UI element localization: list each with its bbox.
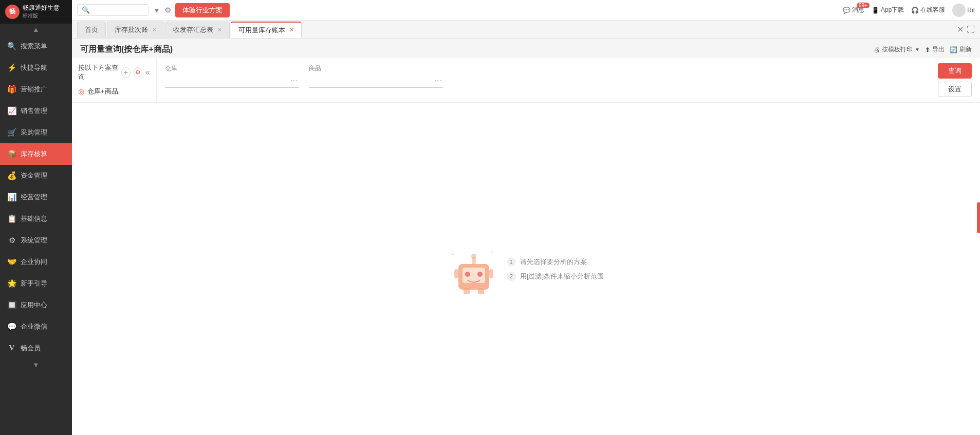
- sales-icon: 📈: [7, 106, 16, 116]
- query-button[interactable]: 查询: [938, 63, 972, 79]
- print-icon: 🖨: [874, 46, 880, 53]
- right-scrollbar[interactable]: [977, 202, 980, 233]
- svg-text:✦: ✦: [490, 250, 494, 255]
- warehouse-input-row: ···: [165, 76, 299, 88]
- topbar-dropdown-icon[interactable]: ▼: [153, 6, 160, 14]
- svg-point-3: [477, 272, 483, 277]
- product-field-group: 商品 ···: [309, 64, 442, 88]
- filter-add-button[interactable]: +: [121, 67, 130, 78]
- empty-state: ✦ ✦ 1 请先选择要分析的方案 2 用[过滤]条件来缩小分析范围: [72, 103, 980, 435]
- app-download-button[interactable]: 📱 App下载: [872, 6, 904, 14]
- search-icon: 🔍: [7, 42, 16, 51]
- svg-point-2: [465, 272, 470, 277]
- sidebar-logo: 畅 畅康通好生意 标准版: [0, 0, 72, 24]
- user-avatar-button[interactable]: Rit: [952, 4, 975, 17]
- svg-point-7: [471, 254, 476, 259]
- sidebar-item-newbie[interactable]: 🌟 新手引导: [0, 273, 72, 294]
- export-icon: ⬆: [925, 46, 930, 53]
- apps-icon: 🔲: [7, 300, 16, 310]
- filter-scheme-item[interactable]: ◎ 仓库+商品: [72, 84, 156, 99]
- page-header: 可用量查询(按仓库+商品) 🖨 按模板打印 ▼ ⬆ 导出 🔄 刷新: [72, 39, 980, 58]
- print-button[interactable]: 🖨 按模板打印 ▼: [874, 45, 920, 54]
- tabbar: 首页 库存批次账 ✕ 收发存汇总表 ✕ 可用量库存账本 ✕ ✕ ⛶: [72, 21, 980, 39]
- svg-rect-8: [464, 288, 470, 294]
- settings-button[interactable]: 设置: [938, 82, 972, 97]
- tab-batch-ledger-close[interactable]: ✕: [152, 27, 157, 33]
- online-service-icon: 🎧: [911, 7, 919, 14]
- topbar-gear-icon[interactable]: ⚙: [164, 6, 171, 15]
- sidebar-item-system[interactable]: ⚙ 系统管理: [0, 230, 72, 251]
- main-area: 🔍 ▼ ⚙ 体验行业方案 💬 消息 99+ 📱 App下载 🎧 在线客服 Rit: [72, 0, 980, 435]
- finance-icon: 💰: [7, 171, 16, 180]
- sidebar-item-coop[interactable]: 🤝 企业协同: [0, 251, 72, 273]
- tab-batch-ledger[interactable]: 库存批次账 ✕: [107, 22, 164, 38]
- sidebar-scroll-up[interactable]: ▲: [0, 24, 72, 35]
- sidebar-item-apps[interactable]: 🔲 应用中心: [0, 294, 72, 316]
- warehouse-dots[interactable]: ···: [290, 76, 299, 85]
- marketing-icon: 🎁: [7, 85, 16, 94]
- sidebar-item-basic[interactable]: 📋 基础信息: [0, 208, 72, 230]
- empty-robot-svg: ✦ ✦: [448, 246, 500, 297]
- svg-rect-5: [489, 269, 493, 278]
- member-icon: V: [7, 344, 16, 352]
- tab-available-ledger-close[interactable]: ✕: [289, 27, 294, 33]
- hint1-num: 1: [507, 257, 516, 267]
- filter-right-fields: 仓库 ··· 商品 ···: [157, 58, 930, 102]
- filter-main-row: 按以下方案查询 + ⚙ « ◎ 仓库+商品: [72, 58, 980, 103]
- trial-button[interactable]: 体验行业方案: [175, 3, 230, 17]
- filter-label: 按以下方案查询: [78, 63, 118, 82]
- coop-icon: 🤝: [7, 257, 16, 267]
- tab-home[interactable]: 首页: [77, 22, 106, 38]
- sidebar-nav: ▲ 🔍 搜索菜单 ⚡ 快捷导航 🎁 营销推广 📈 销售管理 🛒 采购管理 📦 库…: [0, 24, 72, 435]
- product-dots[interactable]: ···: [434, 76, 442, 85]
- message-badge: 99+: [857, 3, 870, 8]
- topbar-right: 💬 消息 99+ 📱 App下载 🎧 在线客服 Rit: [843, 4, 975, 17]
- sidebar-item-search[interactable]: 🔍 搜索菜单: [0, 35, 72, 57]
- filter-collapse-icon[interactable]: «: [145, 68, 150, 77]
- warehouse-input[interactable]: [165, 77, 287, 85]
- sidebar-item-marketing[interactable]: 🎁 营销推广: [0, 79, 72, 100]
- tab-receipt-summary-close[interactable]: ✕: [217, 27, 222, 33]
- product-input[interactable]: [309, 77, 431, 85]
- action-buttons: 查询 设置: [930, 58, 980, 102]
- sidebar-item-finance[interactable]: 💰 资金管理: [0, 165, 72, 186]
- warehouse-field-group: 仓库 ···: [165, 64, 299, 88]
- topbar-search[interactable]: 🔍: [77, 4, 149, 16]
- scheme-item-icon: ◎: [78, 87, 84, 96]
- sidebar-item-member[interactable]: V 畅会员: [0, 337, 72, 359]
- sidebar-item-purchase[interactable]: 🛒 采购管理: [0, 122, 72, 143]
- sidebar-scroll-down[interactable]: ▼: [0, 359, 72, 371]
- tab-receipt-summary[interactable]: 收发存汇总表 ✕: [165, 22, 230, 38]
- refresh-icon: 🔄: [950, 46, 957, 53]
- svg-rect-9: [478, 288, 484, 294]
- filter-setting-button[interactable]: ⚙: [134, 67, 142, 78]
- avatar: [952, 4, 966, 17]
- purchase-icon: 🛒: [7, 128, 16, 137]
- basic-icon: 📋: [7, 214, 16, 223]
- svg-text:✦: ✦: [451, 252, 455, 257]
- logo-text: 畅康通好生意 标准版: [23, 4, 60, 20]
- sidebar-item-operation[interactable]: 📊 经营管理: [0, 186, 72, 208]
- svg-rect-4: [454, 269, 458, 278]
- sidebar-item-sales[interactable]: 📈 销售管理: [0, 100, 72, 122]
- sidebar-item-inventory[interactable]: 📦 库存核算: [0, 143, 72, 165]
- topbar: 🔍 ▼ ⚙ 体验行业方案 💬 消息 99+ 📱 App下载 🎧 在线客服 Rit: [72, 0, 980, 21]
- sidebar-item-shortcut[interactable]: ⚡ 快捷导航: [0, 57, 72, 79]
- refresh-button[interactable]: 🔄 刷新: [950, 45, 972, 54]
- page-actions: 🖨 按模板打印 ▼ ⬆ 导出 🔄 刷新: [874, 45, 972, 54]
- topbar-search-icon: 🔍: [82, 6, 90, 14]
- sidebar-item-wechat[interactable]: 💬 企业微信: [0, 316, 72, 337]
- online-service-button[interactable]: 🎧 在线客服: [911, 6, 945, 14]
- logo-icon: 畅: [5, 5, 20, 19]
- tab-available-ledger[interactable]: 可用量库存账本 ✕: [231, 22, 302, 38]
- message-button[interactable]: 💬 消息 99+: [843, 6, 864, 14]
- print-dropdown-icon: ▼: [915, 47, 920, 52]
- export-button[interactable]: ⬆ 导出: [925, 45, 945, 54]
- product-input-row: ···: [309, 76, 442, 88]
- tab-close-icon[interactable]: ✕: [957, 25, 964, 34]
- filter-scheme-panel: 按以下方案查询 + ⚙ « ◎ 仓库+商品: [72, 58, 157, 102]
- inventory-icon: 📦: [7, 149, 16, 159]
- empty-robot-image: ✦ ✦: [448, 246, 494, 292]
- product-label: 商品: [309, 64, 442, 73]
- tab-expand-icon[interactable]: ⛶: [967, 25, 975, 34]
